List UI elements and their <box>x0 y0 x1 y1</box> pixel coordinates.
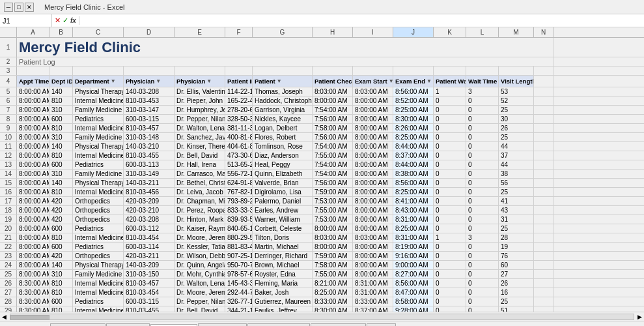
cell-r10-c9[interactable]: 8:25:00 AM <box>393 133 434 141</box>
header-cell-6[interactable]: Patient▼ <box>253 76 313 87</box>
tab-terms[interactable]: Terms <box>367 323 396 326</box>
cell-r16-c10[interactable]: 0 <box>434 188 466 196</box>
cell-r11-c12[interactable]: 44 <box>499 142 534 151</box>
cell-r15-c12[interactable]: 56 <box>499 179 534 187</box>
cell-r6-c10[interactable]: 0 <box>434 96 466 105</box>
cell-r19-c9[interactable]: 8:31:00 AM <box>393 215 434 224</box>
cell-r24-c2[interactable]: Physical Therapy <box>73 261 124 269</box>
cell-r13-c3[interactable]: 600-03-113 <box>124 160 175 169</box>
cell-r7-c2[interactable]: Family Medicine <box>73 106 124 114</box>
cell-r7-c7[interactable]: 7:54:00 AM <box>313 106 353 114</box>
cell-r17-c0[interactable]: 8:00:00 AM <box>17 197 49 205</box>
cell-r16-c6[interactable]: Digirolamo, Lisa <box>253 188 313 196</box>
cell-r6-c1[interactable]: 810 <box>49 96 73 105</box>
cell-r28-c12[interactable]: 25 <box>499 297 534 306</box>
cell-r21-c12[interactable]: 28 <box>499 233 534 242</box>
cell-r28-c4[interactable]: Dr. Pepper, Nilam <box>175 297 225 306</box>
cell-r21-c7[interactable]: 8:03:00 AM <box>313 233 353 242</box>
cell-r6-c0[interactable]: 8:00:00 AM <box>17 96 49 105</box>
cell-r25-c6[interactable]: Royster, Edna <box>253 270 313 278</box>
cell-r20-c8[interactable]: 8:00:00 AM <box>353 224 393 233</box>
cell-r19-c5[interactable]: 839-93-5081 <box>225 215 253 224</box>
cell-r24-c1[interactable]: 140 <box>49 261 73 269</box>
cell-r17-c3[interactable]: 420-03-209 <box>124 197 175 205</box>
cell-r16-c8[interactable]: 8:00:00 AM <box>353 188 393 196</box>
cell-r22-c7[interactable]: 8:00:00 AM <box>313 243 353 251</box>
col-header-A[interactable]: A <box>17 27 49 37</box>
cell-r17-c5[interactable]: 793-89-2875 <box>225 197 253 205</box>
cell-r27-c9[interactable]: 8:47:00 AM <box>393 288 434 297</box>
cell-r29-c1[interactable]: 810 <box>49 306 73 312</box>
cell-r21-c6[interactable]: Tilton, Doris <box>253 233 313 242</box>
cell-r14-c10[interactable]: 0 <box>434 170 466 178</box>
cell-r18-c1[interactable]: 420 <box>49 206 73 215</box>
cell-r22-c5[interactable]: 881-83-4055 <box>225 243 253 251</box>
cell-r25-c5[interactable]: 978-57-6324 <box>225 270 253 278</box>
cell-r23-c9[interactable]: 9:16:00 AM <box>393 252 434 260</box>
cell-r6-c2[interactable]: Internal Medicine <box>73 96 124 105</box>
cell-r22-c1[interactable]: 600 <box>49 243 73 251</box>
cell-r25-c10[interactable]: 0 <box>434 270 466 278</box>
cell-r27-c7[interactable]: 8:25:00 AM <box>313 288 353 297</box>
cell-r29-c9[interactable]: 9:28:00 AM <box>393 306 434 312</box>
col-header-L[interactable]: L <box>466 27 499 37</box>
cell-r12-c0[interactable]: 8:00:00 AM <box>17 151 49 160</box>
cell-r26-c9[interactable]: 8:56:00 AM <box>393 279 434 288</box>
header-cell-0[interactable]: Appt Time▼ <box>17 76 49 87</box>
cell-r28-c9[interactable]: 8:58:00 AM <box>393 297 434 306</box>
cell-r16-c3[interactable]: 810-03-456 <box>124 188 175 196</box>
cell-r25-c11[interactable]: 0 <box>466 270 499 278</box>
col-header-C[interactable]: C <box>73 27 124 37</box>
cell-r13-c10[interactable]: 0 <box>434 160 466 169</box>
cell-r8-c1[interactable]: 600 <box>49 115 73 123</box>
cell-r22-c12[interactable]: 19 <box>499 243 534 251</box>
cell-r28-c2[interactable]: Pediatrics <box>73 297 124 306</box>
cell-r14-c6[interactable]: Quinn, Elizabeth <box>253 170 313 178</box>
cell-r29-c7[interactable]: 8:30:00 AM <box>313 306 353 312</box>
cell-r9-c3[interactable]: 810-03-457 <box>124 124 175 132</box>
cell-r10-c8[interactable]: 8:00:00 AM <box>353 133 393 141</box>
cell-r20-c1[interactable]: 600 <box>49 224 73 233</box>
cell-r16-c11[interactable]: 0 <box>466 188 499 196</box>
cell-r28-c10[interactable]: 0 <box>434 297 466 306</box>
cell-r24-c10[interactable]: 0 <box>434 261 466 269</box>
cell-r29-c12[interactable]: 51 <box>499 306 534 312</box>
cell-r25-c8[interactable]: 8:00:00 AM <box>353 270 393 278</box>
cell-r14-c1[interactable]: 310 <box>49 170 73 178</box>
cell-r22-c10[interactable]: 0 <box>434 243 466 251</box>
cell-r27-c0[interactable]: 8:30:00 AM <box>17 288 49 297</box>
cell-r28-c5[interactable]: 326-77-1137 <box>225 297 253 306</box>
cell-r23-c0[interactable]: 8:00:00 AM <box>17 252 49 260</box>
cell-r15-c1[interactable]: 140 <box>49 179 73 187</box>
cell-r11-c5[interactable]: 404-61-8945 <box>225 142 253 151</box>
cell-r7-c3[interactable]: 310-03-147 <box>124 106 175 114</box>
cell-r28-c11[interactable]: 0 <box>466 297 499 306</box>
cell-r24-c8[interactable]: 8:00:00 AM <box>353 261 393 269</box>
cell-r11-c0[interactable]: 8:00:00 AM <box>17 142 49 151</box>
col-header-B[interactable]: B <box>49 27 73 37</box>
cell-r21-c9[interactable]: 8:31:00 AM <box>393 233 434 242</box>
cell-r8-c9[interactable]: 8:30:00 AM <box>393 115 434 123</box>
cell-r26-c10[interactable]: 0 <box>434 279 466 288</box>
cell-r20-c5[interactable]: 840-65-1782 <box>225 224 253 233</box>
cell-r7-c6[interactable]: Garrison, Virginia <box>253 106 313 114</box>
cell-r25-c2[interactable]: Family Medicine <box>73 270 124 278</box>
cell-r8-c12[interactable]: 30 <box>499 115 534 123</box>
cell-r10-c4[interactable]: Dr. Sanchez, Javier <box>175 133 225 141</box>
cell-r27-c2[interactable]: Internal Medicine <box>73 288 124 297</box>
cell-r21-c1[interactable]: 810 <box>49 233 73 242</box>
cell-r20-c0[interactable]: 8:00:00 AM <box>17 224 49 233</box>
cell-r22-c4[interactable]: Dr. Kessler, Tatiana <box>175 243 225 251</box>
cell-r9-c4[interactable]: Dr. Walton, Lena <box>175 124 225 132</box>
cell-r26-c8[interactable]: 8:31:00 AM <box>353 279 393 288</box>
cell-r18-c8[interactable]: 8:00:00 AM <box>353 206 393 215</box>
cell-r18-c3[interactable]: 420-03-210 <box>124 206 175 215</box>
cell-r6-c11[interactable]: 0 <box>466 96 499 105</box>
cell-r19-c3[interactable]: 420-03-208 <box>124 215 175 224</box>
cell-r8-c3[interactable]: 600-03-115 <box>124 115 175 123</box>
cell-r14-c12[interactable]: 38 <box>499 170 534 178</box>
cell-r6-c12[interactable]: 52 <box>499 96 534 105</box>
cell-r19-c10[interactable]: 0 <box>434 215 466 224</box>
cell-r23-c12[interactable]: 76 <box>499 252 534 260</box>
cell-r16-c5[interactable]: 767-82-1673 <box>225 188 253 196</box>
